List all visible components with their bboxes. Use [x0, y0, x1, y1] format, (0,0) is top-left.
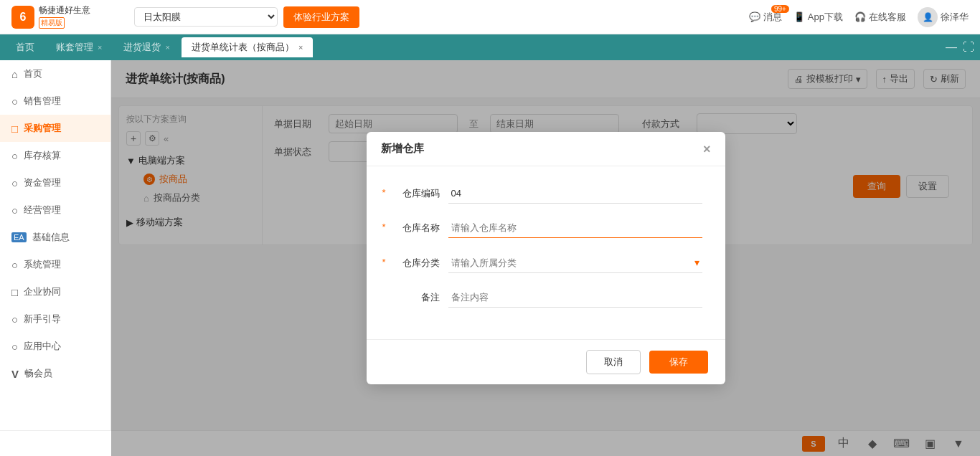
- note-label: 备注: [390, 291, 440, 304]
- header-search-area: 日太阳膜 ⚙: [128, 7, 275, 27]
- trial-button[interactable]: 体验行业方案: [283, 6, 359, 28]
- home-icon: ⌂: [11, 68, 18, 80]
- sidebar-item-basics[interactable]: EA 基础信息: [0, 224, 110, 251]
- headset-icon: 🎧: [854, 11, 866, 22]
- code-label: 仓库编码: [390, 187, 440, 200]
- sales-icon: ○: [11, 95, 18, 108]
- tab-home-label: 首页: [16, 41, 34, 54]
- message-icon: 💬: [749, 11, 760, 22]
- tab-account-label: 账套管理: [56, 41, 93, 54]
- header-right: 💬 消息 99+ 📱 App下载 🎧 在线客服 👤 徐泽华: [749, 7, 969, 27]
- main-layout: ⌂ 首页 ○ 销售管理 □ 采购管理 ○ 库存核算 ○ 资金管理 ○ 经营管理 …: [0, 60, 980, 456]
- sidebar-sales-label: 销售管理: [24, 95, 61, 108]
- sidebar-inventory-label: 库存核算: [24, 149, 61, 162]
- name-label: 仓库名称: [390, 222, 440, 234]
- system-icon: ○: [11, 259, 18, 271]
- inventory-icon: ○: [11, 150, 18, 162]
- category-label: 仓库分类: [390, 257, 440, 270]
- logo-text: 畅捷通好生意: [39, 5, 90, 16]
- dialog-overlay: 新增仓库 × 仓库编码 仓库名称 仓库分类: [111, 60, 980, 456]
- code-input[interactable]: [448, 184, 702, 204]
- category-dropdown-icon[interactable]: ▾: [694, 257, 699, 268]
- form-row-name: 仓库名称: [390, 218, 702, 238]
- tab-maximize-icon[interactable]: ⛶: [963, 41, 974, 54]
- sidebar-item-guide[interactable]: ○ 新手引导: [0, 305, 110, 333]
- logo-text-area: 畅捷通好生意 精易版: [39, 5, 90, 29]
- store-selector[interactable]: 日太阳膜: [134, 7, 278, 27]
- name-input[interactable]: [448, 218, 702, 238]
- form-row-note: 备注: [390, 288, 702, 308]
- finance-icon: ○: [11, 177, 18, 189]
- operations-icon: ○: [11, 204, 18, 217]
- new-warehouse-dialog: 新增仓库 × 仓库编码 仓库名称 仓库分类: [367, 132, 725, 384]
- vip-icon: V: [11, 368, 19, 380]
- sidebar-item-purchase[interactable]: □ 采购管理: [0, 115, 110, 142]
- sidebar-item-vip[interactable]: V 畅会员: [0, 360, 110, 387]
- form-row-code: 仓库编码: [390, 184, 702, 204]
- tab-minimize-icon[interactable]: —: [946, 41, 957, 54]
- sidebar-finance-label: 资金管理: [24, 176, 61, 189]
- appcenter-icon: ○: [11, 341, 18, 353]
- dialog-header: 新增仓库 ×: [367, 132, 725, 166]
- sidebar-item-appcenter[interactable]: ○ 应用中心: [0, 333, 110, 360]
- enterprise-icon: □: [11, 286, 18, 298]
- sidebar-enterprise-label: 企业协同: [24, 285, 61, 298]
- logo-icon: 6: [11, 6, 34, 29]
- sidebar-item-enterprise[interactable]: □ 企业协同: [0, 278, 110, 305]
- avatar: 👤: [918, 7, 938, 27]
- tab-home[interactable]: 首页: [6, 37, 44, 57]
- tab-purchase-return-label: 进货退货: [123, 41, 161, 54]
- category-input[interactable]: [451, 257, 694, 268]
- online-service-label: 在线客服: [869, 11, 906, 24]
- app-download-label: App下载: [808, 11, 843, 24]
- content-area: 进货单统计(按商品) 🖨 按模板打印 ▾ ↑ 导出 ↻ 刷新: [111, 60, 980, 456]
- dialog-title: 新增仓库: [381, 142, 424, 156]
- logo-badge: 精易版: [39, 17, 65, 29]
- sidebar-basics-label: 基础信息: [32, 231, 70, 244]
- tab-purchase-stat-label: 进货单统计表（按商品）: [192, 41, 294, 54]
- message-item[interactable]: 💬 消息 99+: [749, 11, 782, 24]
- user-name: 徐泽华: [941, 11, 969, 24]
- guide-icon: ○: [11, 313, 18, 326]
- category-select-wrap: ▾: [448, 252, 702, 273]
- sidebar-item-system[interactable]: ○ 系统管理: [0, 251, 110, 278]
- sidebar-appcenter-label: 应用中心: [24, 340, 61, 353]
- cancel-button[interactable]: 取消: [586, 350, 641, 374]
- user-area[interactable]: 👤 徐泽华: [918, 7, 969, 27]
- tab-controls: — ⛶: [946, 41, 974, 54]
- basics-icon: EA: [11, 232, 27, 242]
- sidebar-item-home[interactable]: ⌂ 首页: [0, 60, 110, 87]
- logo-area: 6 畅捷通好生意 精易版: [11, 5, 123, 29]
- tab-purchase-stat[interactable]: 进货单统计表（按商品） ×: [182, 37, 313, 57]
- mobile-icon: 📱: [793, 11, 805, 22]
- tab-account[interactable]: 账套管理 ×: [46, 37, 112, 57]
- tab-purchase-stat-close[interactable]: ×: [298, 43, 303, 52]
- app-download-item[interactable]: 📱 App下载: [793, 11, 843, 24]
- sidebar-vip-label: 畅会员: [24, 367, 52, 380]
- dialog-footer: 取消 保存: [367, 339, 725, 384]
- purchase-icon: □: [11, 123, 18, 135]
- note-input[interactable]: [448, 288, 702, 308]
- sidebar-system-label: 系统管理: [24, 258, 61, 271]
- sidebar-purchase-label: 采购管理: [24, 122, 61, 135]
- sidebar-item-inventory[interactable]: ○ 库存核算: [0, 142, 110, 169]
- top-header: 6 畅捷通好生意 精易版 日太阳膜 ⚙ 体验行业方案 💬 消息 99+ 📱 Ap…: [0, 0, 980, 34]
- sidebar-item-sales[interactable]: ○ 销售管理: [0, 87, 110, 115]
- tab-bar: 首页 账套管理 × 进货退货 × 进货单统计表（按商品） × — ⛶: [0, 34, 980, 60]
- tab-purchase-return-close[interactable]: ×: [165, 43, 169, 52]
- sidebar-guide-label: 新手引导: [24, 313, 61, 326]
- sidebar-item-operations[interactable]: ○ 经营管理: [0, 196, 110, 224]
- form-row-category: 仓库分类 ▾: [390, 252, 702, 273]
- sidebar-item-finance[interactable]: ○ 资金管理: [0, 169, 110, 196]
- sidebar: ⌂ 首页 ○ 销售管理 □ 采购管理 ○ 库存核算 ○ 资金管理 ○ 经营管理 …: [0, 60, 111, 456]
- dialog-close-icon[interactable]: ×: [703, 143, 711, 156]
- save-button[interactable]: 保存: [649, 351, 708, 374]
- message-badge: 99+: [771, 5, 789, 13]
- tab-purchase-return[interactable]: 进货退货 ×: [113, 37, 179, 57]
- sidebar-home-label: 首页: [24, 67, 42, 80]
- tab-account-close[interactable]: ×: [98, 43, 102, 52]
- dialog-body: 仓库编码 仓库名称 仓库分类 ▾: [367, 166, 725, 339]
- sidebar-operations-label: 经营管理: [24, 204, 61, 217]
- online-service-item[interactable]: 🎧 在线客服: [854, 11, 906, 24]
